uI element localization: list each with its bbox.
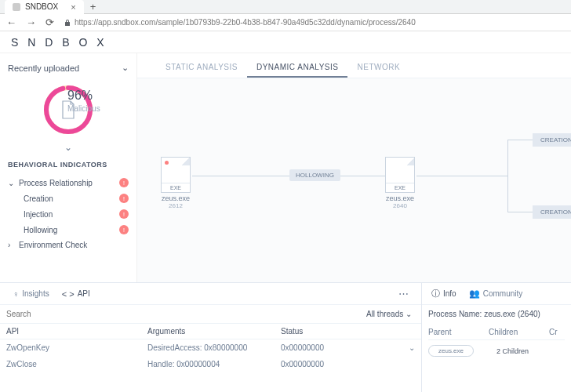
tab-static-analysis[interactable]: Static Analysis [156,58,247,78]
tab-label: API [78,289,90,298]
tree-label: Process Relationship [19,179,119,187]
forward-button[interactable]: → [26,16,36,28]
threads-dropdown[interactable]: All threads ⌄ [366,310,412,318]
process-name-label: Process Name: [428,310,482,318]
upload-dropdown[interactable]: Recently uploaded ⌄ [8,60,129,76]
tab-title: SNDBOX [25,2,58,11]
api-panel-tabs: ♀ Insights < > API ⋯ [0,283,421,305]
api-table: API Arguments Status ZwOpenKey DesiredAc… [0,324,421,392]
cell-api: ZwClose [6,360,147,368]
collapse-sidebar-button[interactable]: ⌄ [8,142,129,153]
tab-api[interactable]: < > API [56,286,96,302]
tree-label: Environment Check [19,241,129,249]
edge-label: HOLLOWING [289,169,340,181]
chevron-right-icon: › [8,241,17,249]
close-tab-icon[interactable]: × [71,2,75,12]
edge [507,140,508,212]
info-body: Process Name: zeus.exe (2640) Parent Chi… [422,305,571,366]
header-arguments: Arguments [147,327,281,336]
more-options-button[interactable]: ⋯ [398,288,409,299]
table-row[interactable]: ZwOpenKey DesiredAccess: 0x80000000 0x00… [0,339,421,356]
tree-label: Injection [24,210,119,219]
edge-label: CREATION [533,133,571,147]
cell-args: Handle: 0x00000004 [147,360,281,368]
content-area: Static Analysis Dynamic Analysis Network… [137,53,571,282]
sidebar-item-process-relationship[interactable]: ⌄ Process Relationship ! [8,175,129,191]
expand-row-button[interactable]: ⌄ [409,343,415,352]
score-display: 96% Malicious [8,81,129,136]
sidebar-item-creation[interactable]: Creation ! [22,191,129,206]
chevron-down-icon: ⌄ [8,179,17,187]
tab-insights[interactable]: ♀ Insights [6,286,56,302]
search-input[interactable] [6,310,366,318]
file-icon: EXE [161,157,191,193]
relationship-header: Parent Children Cr [428,325,565,340]
edge [192,176,385,176]
tree-label: Hollowing [24,226,119,234]
lightbulb-icon: ♀ [13,289,19,299]
sidebar-item-hollowing[interactable]: Hollowing ! [22,222,129,238]
tab-label: Insights [22,289,49,298]
info-panel-tabs: ⓘ Info 👥 Community [422,283,571,305]
back-button[interactable]: ← [6,16,16,28]
cell-status: 0x00000000 [281,343,409,352]
header-api: API [6,327,147,336]
table-header: API Arguments Status [0,324,421,339]
url-field[interactable]: https://app.sndbox.com/sample/1b0793b9-2… [75,18,565,27]
children-count[interactable]: 2 Children [496,347,565,355]
header-children: Children [489,328,549,336]
api-panel: ♀ Insights < > API ⋯ All threads ⌄ API A… [0,283,422,392]
browser-tab-bar: SNDBOX × + [0,0,571,14]
process-name-row: Process Name: zeus.exe (2640) [428,310,565,318]
tab-community[interactable]: 👥 Community [463,285,529,302]
browser-toolbar: ← → ⟳ https://app.sndbox.com/sample/1b07… [0,14,571,31]
app-header: S N D B O X [0,31,571,53]
process-node[interactable]: EXE zeus.exe 2640 [385,157,415,209]
tab-info[interactable]: ⓘ Info [425,285,463,303]
new-tab-button[interactable]: + [90,1,96,13]
tree-label: Creation [24,194,119,203]
header-cr: Cr [549,328,565,336]
table-row[interactable]: ZwClose Handle: 0x00000004 0x00000000 [0,356,421,372]
process-node[interactable]: EXE zeus.exe 2612 [161,157,191,209]
node-name: zeus.exe [161,194,191,202]
header-parent: Parent [428,328,489,336]
tab-dynamic-analysis[interactable]: Dynamic Analysis [247,58,348,78]
browser-tab[interactable]: SNDBOX × [5,0,84,14]
lock-icon [64,19,71,27]
cell-args: DesiredAccess: 0x80000000 [147,343,281,352]
dropdown-label: Recently uploaded [8,64,79,73]
process-diagram[interactable]: EXE zeus.exe 2612 HOLLOWING EXE zeus.exe… [137,78,571,282]
alert-badge: ! [119,178,129,187]
process-name-value: zeus.exe (2640) [484,310,540,318]
relationship-row: zeus.exe 2 Children [428,340,565,361]
score-label: Malicious [67,104,100,113]
file-icon: EXE [385,157,415,193]
analysis-tabs: Static Analysis Dynamic Analysis Network [137,53,571,78]
alert-badge: ! [119,209,129,219]
reload-button[interactable]: ⟳ [45,16,54,28]
file-extension: EXE [386,183,414,191]
tab-network[interactable]: Network [347,58,409,78]
node-name: zeus.exe [385,194,415,202]
sidebar-item-environment-check[interactable]: › Environment Check [8,238,129,252]
community-icon: 👥 [469,289,480,299]
malicious-dot-icon [165,161,169,165]
score-percentage: 96% [67,89,100,103]
search-row: All threads ⌄ [0,305,421,324]
tab-label: Community [483,289,523,298]
info-icon: ⓘ [431,288,440,299]
code-icon: < > [62,289,75,299]
alert-badge: ! [119,194,129,203]
chevron-down-icon: ⌄ [406,310,412,318]
sidebar-item-injection[interactable]: Injection ! [22,206,129,222]
tab-label: Info [443,289,456,298]
node-pid: 2612 [161,202,191,209]
parent-process-pill[interactable]: zeus.exe [428,345,474,357]
favicon [13,3,20,11]
node-pid: 2640 [385,202,415,209]
details-panel: ♀ Insights < > API ⋯ All threads ⌄ API A… [0,282,571,392]
sidebar: Recently uploaded ⌄ 96% Malicious ⌄ BEHA… [0,53,137,282]
edge [416,176,507,176]
header-status: Status [281,327,415,336]
